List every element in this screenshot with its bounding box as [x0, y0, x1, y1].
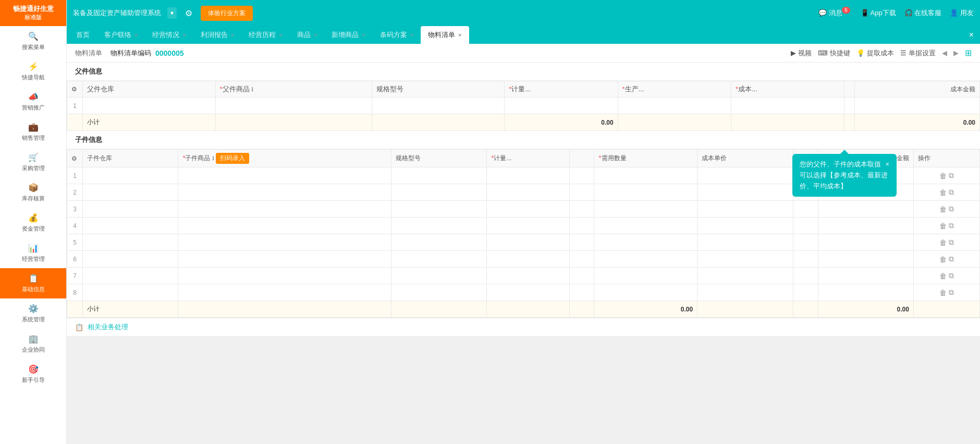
trial-btn[interactable]: 体验行业方案: [201, 6, 253, 21]
delete-icon-6[interactable]: 🗑: [939, 255, 947, 263]
child-qty-2[interactable]: [594, 184, 697, 201]
child-qty-3[interactable]: [594, 201, 697, 218]
child-unit-2[interactable]: [487, 184, 569, 201]
tab-history[interactable]: 经营历程 ×: [241, 26, 289, 44]
tab-history-close[interactable]: ×: [279, 32, 282, 38]
child-unit-5[interactable]: [487, 234, 569, 251]
nav-arrow-right[interactable]: ▶: [953, 49, 959, 57]
parent-produce-cell[interactable]: [618, 98, 731, 114]
copy-icon-5[interactable]: ⧉: [949, 238, 954, 247]
nav-arrow-left[interactable]: ◀: [942, 49, 947, 57]
child-qty-6[interactable]: [594, 251, 697, 268]
child-unitcost-2[interactable]: [697, 184, 793, 201]
tab-customer[interactable]: 客户联络 ×: [97, 26, 145, 44]
child-warehouse-3[interactable]: [83, 201, 178, 218]
copy-icon-3[interactable]: ⧉: [949, 205, 954, 213]
sidebar-item-corp[interactable]: 🏢 企业协同: [0, 329, 66, 359]
child-spec-4[interactable]: [391, 218, 486, 234]
child-warehouse-7[interactable]: [83, 268, 178, 284]
settings-doc-btn[interactable]: ☰ 单据设置: [900, 49, 936, 58]
tab-goods[interactable]: 商品 ×: [290, 26, 324, 44]
child-qty-4[interactable]: [594, 218, 697, 234]
scan-btn[interactable]: 扫码录入: [216, 153, 249, 164]
delete-icon-5[interactable]: 🗑: [939, 238, 947, 247]
child-goods-6[interactable]: [178, 251, 391, 268]
settings-btn[interactable]: ⚙: [181, 6, 197, 20]
child-unitcost-8[interactable]: [697, 284, 793, 301]
sidebar-item-basic[interactable]: 📋 基础信息: [0, 268, 66, 298]
sidebar-item-finance[interactable]: 💰 资金管理: [0, 208, 66, 238]
tab-operation[interactable]: 经营情况 ×: [145, 26, 193, 44]
delete-icon-1[interactable]: 🗑: [939, 172, 947, 180]
parent-warehouse-cell[interactable]: [83, 98, 216, 114]
child-unit-3[interactable]: [487, 201, 569, 218]
parent-cost-cell[interactable]: [731, 98, 844, 114]
child-goods-4[interactable]: [178, 218, 391, 234]
child-unitcost-3[interactable]: [697, 201, 793, 218]
child-spec-1[interactable]: [391, 167, 486, 184]
grid-view-icon[interactable]: ⊞: [965, 48, 972, 58]
tab-barcode-close[interactable]: ×: [410, 32, 413, 38]
copy-icon-6[interactable]: ⧉: [949, 255, 954, 263]
child-spec-6[interactable]: [391, 251, 486, 268]
sidebar-item-purchase[interactable]: 🛒 采购管理: [0, 147, 66, 177]
tab-customer-close[interactable]: ×: [134, 32, 138, 38]
child-goods-1[interactable]: [178, 167, 391, 184]
tab-newgoods-close[interactable]: ×: [362, 32, 365, 38]
delete-icon-3[interactable]: 🗑: [939, 205, 947, 213]
sidebar-item-guide[interactable]: 🎯 新手引导: [0, 359, 66, 389]
copy-icon-7[interactable]: ⧉: [949, 271, 954, 280]
child-unitcost-4[interactable]: [697, 218, 793, 234]
tab-operation-close[interactable]: ×: [182, 32, 186, 38]
tab-barcode[interactable]: 条码方案 ×: [373, 26, 421, 44]
child-unit-6[interactable]: [487, 251, 569, 268]
delete-icon-4[interactable]: 🗑: [939, 222, 947, 230]
child-warehouse-8[interactable]: [83, 284, 178, 301]
child-qty-7[interactable]: [594, 268, 697, 284]
child-unitcost-5[interactable]: [697, 234, 793, 251]
sidebar-item-quicknav[interactable]: ⚡ 快捷导航: [0, 56, 66, 87]
child-goods-3[interactable]: [178, 201, 391, 218]
child-goods-7[interactable]: [178, 268, 391, 284]
cost-btn[interactable]: 💡 提取成本: [856, 49, 894, 58]
sidebar-item-sales[interactable]: 💼 销售管理: [0, 117, 66, 147]
child-goods-8[interactable]: [178, 284, 391, 301]
close-all-tabs[interactable]: ×: [965, 30, 978, 40]
child-unit-1[interactable]: [487, 167, 569, 184]
child-unit-7[interactable]: [487, 268, 569, 284]
child-spec-2[interactable]: [391, 184, 486, 201]
tab-profit[interactable]: 利润报告 ×: [193, 26, 241, 44]
child-warehouse-1[interactable]: [83, 167, 178, 184]
tooltip-close-btn[interactable]: ×: [885, 159, 889, 170]
child-unitcost-1[interactable]: [697, 167, 793, 184]
tab-bom-close[interactable]: ×: [458, 32, 461, 38]
delete-icon-7[interactable]: 🗑: [939, 272, 947, 280]
tab-home[interactable]: 首页: [69, 26, 97, 44]
sidebar-item-system[interactable]: ⚙️ 系统管理: [0, 298, 66, 329]
child-spec-7[interactable]: [391, 268, 486, 284]
sidebar-item-search[interactable]: 🔍 搜索菜单: [0, 26, 66, 56]
sidebar-item-inventory[interactable]: 📦 库存核算: [0, 177, 66, 208]
child-unit-4[interactable]: [487, 218, 569, 234]
tab-bom[interactable]: 物料清单 ×: [421, 26, 469, 44]
sidebar-item-marketing[interactable]: 📣 营销推广: [0, 87, 66, 117]
message-btn[interactable]: 💬 消息 6: [818, 8, 852, 18]
child-col-settings[interactable]: ⚙: [67, 150, 83, 167]
child-qty-1[interactable]: [594, 167, 697, 184]
app-download-btn[interactable]: 📱 App下载: [861, 8, 896, 18]
breadcrumb-bom[interactable]: 物料清单: [75, 49, 102, 58]
dropdown-btn[interactable]: ▾: [167, 7, 177, 19]
copy-icon-4[interactable]: ⧉: [949, 221, 954, 230]
child-unitcost-6[interactable]: [697, 251, 793, 268]
copy-icon-2[interactable]: ⧉: [949, 188, 954, 197]
parent-goods-cell[interactable]: [215, 98, 372, 114]
child-unitcost-7[interactable]: [697, 268, 793, 284]
child-warehouse-5[interactable]: [83, 234, 178, 251]
tab-goods-close[interactable]: ×: [314, 32, 317, 38]
child-spec-8[interactable]: [391, 284, 486, 301]
copy-icon-8[interactable]: ⧉: [949, 288, 954, 297]
bottom-label[interactable]: 相关业务处理: [88, 322, 128, 332]
delete-icon-8[interactable]: 🗑: [939, 289, 947, 297]
sidebar-item-operation[interactable]: 📊 经营管理: [0, 238, 66, 268]
parent-unit-cell[interactable]: [505, 98, 618, 114]
